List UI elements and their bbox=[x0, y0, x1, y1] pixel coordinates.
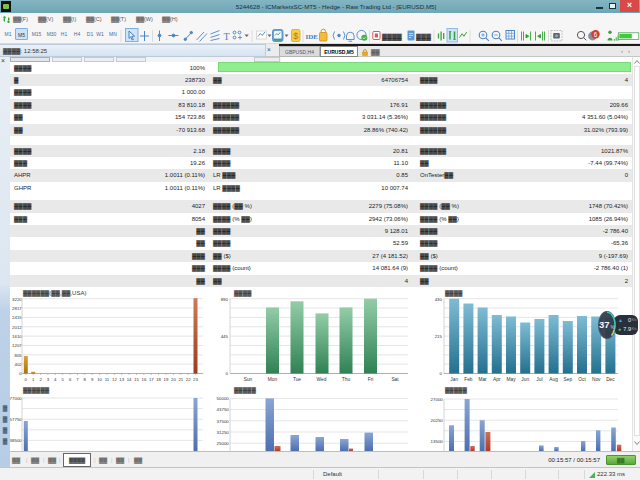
svg-text:14: 14 bbox=[127, 377, 132, 382]
svg-text:Sun: Sun bbox=[244, 377, 253, 382]
svg-text:Nov: Nov bbox=[592, 377, 601, 382]
svg-text:38500: 38500 bbox=[10, 438, 22, 443]
svg-text:37500: 37500 bbox=[217, 419, 230, 424]
svg-text:445: 445 bbox=[221, 334, 229, 339]
svg-text:430: 430 bbox=[435, 297, 443, 302]
svg-text:27000: 27000 bbox=[431, 397, 444, 402]
svg-text:IDE: IDE bbox=[306, 33, 319, 41]
svg-text:8: 8 bbox=[84, 377, 87, 382]
svg-text:Dec: Dec bbox=[606, 377, 615, 382]
svg-text:215: 215 bbox=[435, 334, 443, 339]
svg-text:20250: 20250 bbox=[431, 418, 444, 423]
svg-text:43750: 43750 bbox=[217, 407, 230, 412]
svg-text:Jan: Jan bbox=[450, 377, 458, 382]
svg-text:3: 3 bbox=[47, 377, 50, 382]
svg-text:11: 11 bbox=[105, 377, 110, 382]
svg-text:T: T bbox=[224, 31, 230, 42]
svg-text:▓▓▓▓: ▓▓▓▓ bbox=[382, 33, 402, 41]
svg-text:▓▓▓▓: ▓▓▓▓ bbox=[445, 290, 463, 297]
svg-text:17: 17 bbox=[149, 377, 154, 382]
svg-text:2: 2 bbox=[39, 377, 42, 382]
svg-text:20: 20 bbox=[171, 377, 176, 382]
svg-text:0: 0 bbox=[440, 371, 443, 376]
svg-text:2415: 2415 bbox=[12, 315, 22, 320]
svg-text:7: 7 bbox=[76, 377, 79, 382]
svg-text:Sat: Sat bbox=[391, 377, 399, 382]
svg-text:6: 6 bbox=[69, 377, 72, 382]
svg-text:50000: 50000 bbox=[217, 396, 230, 401]
svg-text:Tue: Tue bbox=[293, 377, 301, 382]
svg-text:0: 0 bbox=[226, 371, 229, 376]
svg-text:805: 805 bbox=[14, 353, 22, 358]
svg-text:402: 402 bbox=[14, 362, 22, 367]
svg-text:▓▓▓▓▓: ▓▓▓▓▓ bbox=[445, 387, 467, 394]
svg-text:13: 13 bbox=[119, 377, 124, 382]
svg-text:19: 19 bbox=[164, 377, 169, 382]
svg-text:13500: 13500 bbox=[431, 439, 444, 444]
svg-text:2817: 2817 bbox=[12, 306, 22, 311]
svg-text:Feb: Feb bbox=[464, 377, 473, 382]
svg-text:1207: 1207 bbox=[12, 343, 22, 348]
svg-text:1: 1 bbox=[32, 377, 35, 382]
svg-text:Aug: Aug bbox=[549, 377, 558, 382]
svg-text:Mon: Mon bbox=[268, 377, 278, 382]
svg-text:15: 15 bbox=[134, 377, 139, 382]
svg-text:16: 16 bbox=[142, 377, 147, 382]
svg-text:2012: 2012 bbox=[12, 325, 22, 330]
svg-text:▓▓▓▓▓: ▓▓▓▓▓ bbox=[234, 387, 256, 394]
svg-text:Mar: Mar bbox=[478, 377, 487, 382]
svg-text:890: 890 bbox=[221, 297, 229, 302]
svg-text:▓▓▓▓: ▓▓▓▓ bbox=[234, 290, 252, 297]
svg-text:Apr: Apr bbox=[493, 377, 501, 382]
svg-text:$: $ bbox=[293, 31, 298, 41]
svg-text:▓▓▓▓▓▓(▓▓,▓▓,USA): ▓▓▓▓▓▓(▓▓,▓▓,USA) bbox=[23, 290, 86, 297]
svg-text:25000: 25000 bbox=[217, 441, 230, 446]
svg-text:Wed: Wed bbox=[317, 377, 327, 382]
svg-text:18: 18 bbox=[156, 377, 161, 382]
svg-text:Sep: Sep bbox=[564, 377, 573, 382]
svg-text:Oct: Oct bbox=[578, 377, 586, 382]
svg-text:23: 23 bbox=[193, 377, 198, 382]
svg-text:Jun: Jun bbox=[521, 377, 529, 382]
svg-text:0: 0 bbox=[25, 377, 28, 382]
svg-text:77000: 77000 bbox=[10, 396, 22, 401]
svg-text:▓▓▓▓▓▓: ▓▓▓▓▓▓ bbox=[23, 387, 50, 394]
svg-text:Thu: Thu bbox=[342, 377, 351, 382]
svg-text:31250: 31250 bbox=[217, 430, 230, 435]
svg-text:22: 22 bbox=[186, 377, 191, 382]
svg-text:5: 5 bbox=[62, 377, 65, 382]
svg-text:57750: 57750 bbox=[10, 417, 22, 422]
svg-text:May: May bbox=[506, 377, 516, 382]
svg-text:Fri: Fri bbox=[368, 377, 374, 382]
svg-text:▓▓▓: ▓▓▓ bbox=[416, 33, 431, 41]
svg-text:10: 10 bbox=[97, 377, 102, 382]
svg-text:12: 12 bbox=[112, 377, 117, 382]
svg-text:9: 9 bbox=[91, 377, 94, 382]
svg-text:Jul: Jul bbox=[536, 377, 542, 382]
svg-text:4: 4 bbox=[54, 377, 57, 382]
svg-text:3220: 3220 bbox=[12, 297, 22, 302]
svg-text:21: 21 bbox=[178, 377, 183, 382]
svg-text:6: 6 bbox=[594, 31, 598, 38]
svg-text:1610: 1610 bbox=[12, 334, 22, 339]
